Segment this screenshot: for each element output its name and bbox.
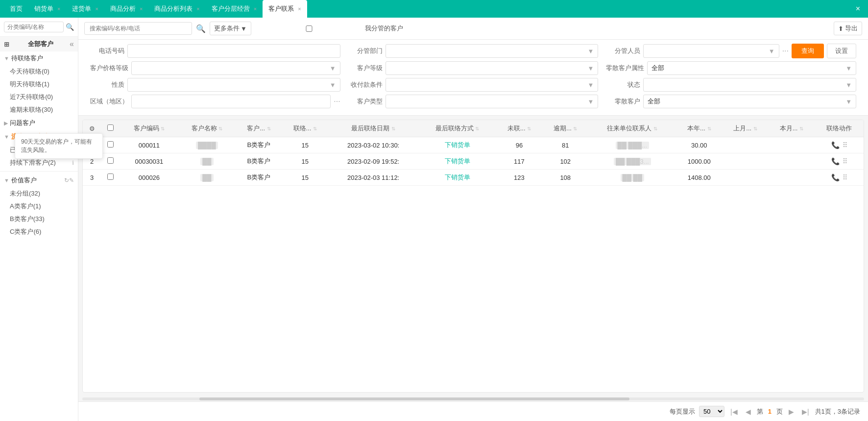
col-uncontacted[interactable]: 未联... ⇅ [496,120,542,137]
nav-analysis-list[interactable]: 商品分析列表 × [148,0,205,18]
nav-customer-tier[interactable]: 客户分层经营 × [206,0,263,18]
phone-input[interactable] [127,44,340,58]
sidebar-search-input[interactable] [4,22,64,32]
chevron-down-icon: ▼ [241,25,247,32]
col-contact[interactable]: 联络... ⇅ [282,120,328,137]
sidebar-group-value-header[interactable]: ▼ 价值客户 ↻ ✎ [0,173,78,187]
status-select[interactable]: ▼ [643,78,856,92]
person-select[interactable]: ▼ [643,44,779,58]
sidebar-collapse-icon[interactable]: « [70,40,74,49]
close-analysis-tab[interactable]: × [140,0,143,18]
sidebar-item-week[interactable]: 近7天待联络(0) [0,91,78,103]
cell-checkbox[interactable] [101,137,120,153]
cell-checkbox[interactable] [101,170,120,186]
nav-customer-contact[interactable]: 客户联系 × [263,0,307,18]
phone-action-icon[interactable]: 📞 [831,157,840,165]
col-checkbox[interactable] [101,120,120,137]
cell-last-way[interactable]: 下销货单 [418,153,496,170]
nav-purchase[interactable]: 进货单 × [66,0,104,18]
close-analysis-list-tab[interactable]: × [196,0,199,18]
sidebar-item-today[interactable]: 今天待联络(0) [0,65,78,78]
next-page-btn[interactable]: ▶ [787,407,796,417]
col-cust-type[interactable]: 客户... ⇅ [236,120,282,137]
edit-icon[interactable]: ✎ [69,177,74,184]
cell-this-month [769,170,815,186]
more-conditions-btn[interactable]: 更多条件 ▼ [210,22,251,35]
close-customer-contact-tab[interactable]: × [298,0,301,18]
more-action-icon[interactable]: ⠿ [843,157,847,165]
cust-grade-arrow-icon: ▼ [587,65,594,72]
per-page-select[interactable]: 50 100 200 [699,406,724,417]
query-button[interactable]: 查询 [792,44,824,58]
cell-code: 000026 [120,170,178,186]
cell-last-month [722,153,768,170]
close-purchase-tab[interactable]: × [95,0,98,18]
first-page-btn[interactable]: |◀ [728,407,740,417]
sidebar-item-b-class[interactable]: B类客户(33) [0,213,78,225]
window-close-btn[interactable]: × [852,4,864,13]
page-unit: 页 [776,407,783,416]
cell-last-month [722,170,768,186]
close-sales-tab[interactable]: × [57,0,60,18]
sidebar-group-problem-header[interactable]: ▶ 问题客户 [0,116,78,130]
col-code[interactable]: 客户编码 ⇅ [120,120,178,137]
dept-select[interactable]: ▼ [386,44,599,58]
nav-home[interactable]: 首页 [4,0,28,18]
refresh-icon[interactable]: ↻ [64,177,69,184]
cell-this-year: 1408.00 [676,170,722,186]
sidebar-item-ungrouped[interactable]: 未分组(32) [0,187,78,200]
more-action-icon[interactable]: ⠿ [843,173,847,181]
total-label: 共1页，3条记录 [815,407,860,416]
cell-last-date: 2023-02-09 19:52: [328,153,418,170]
col-last-date[interactable]: 最后联络日期 ⇅ [328,120,418,137]
person-dots-btn[interactable]: ··· [782,47,789,55]
col-overdue[interactable]: 逾期... ⇅ [542,120,588,137]
cell-checkbox[interactable] [101,153,120,170]
sidebar-all-customers[interactable]: ⊞ 全部客户 « [0,37,78,51]
cust-grade-select[interactable]: ▼ [386,61,599,75]
horizontal-scrollbar[interactable] [78,396,868,401]
cell-last-way[interactable]: 下销货单 [418,170,496,186]
export-icon: ⬆ [838,25,844,32]
sidebar-item-tomorrow[interactable]: 明天待联络(1) [0,78,78,91]
col-this-year[interactable]: 本年... ⇅ [676,120,722,137]
col-name[interactable]: 客户名称 ⇅ [178,120,236,137]
col-last-way[interactable]: 最后联络方式 ⇅ [418,120,496,137]
retail-attr-select[interactable]: 全部 ▼ [647,61,856,75]
select-all-checkbox[interactable] [107,124,114,131]
sidebar-group-pending: ▼ 待联络客户 今天待联络(0) 明天待联络(1) 近7天待联络(0) 逾期未联… [0,51,78,116]
retail-select[interactable]: 全部 ▼ [643,95,856,108]
col-contact-person[interactable]: 往来单位联系人 ⇅ [588,120,676,137]
nav-analysis[interactable]: 商品分析 × [104,0,148,18]
nav-sales[interactable]: 销货单 × [28,0,66,18]
cust-type-select[interactable]: ▼ [386,95,599,108]
my-customer-checkbox[interactable]: 我分管的客户 [255,24,403,33]
price-grade-select[interactable]: ▼ [131,61,340,75]
cell-last-way[interactable]: 下销货单 [418,137,496,153]
phone-action-icon[interactable]: 📞 [831,141,840,149]
search-button[interactable]: 🔍 [196,24,206,33]
sidebar-item-c-class[interactable]: C类客户(6) [0,225,78,238]
close-customer-tier-tab[interactable]: × [254,0,257,18]
filter-row-4: 区域（地区） ··· 客户类型 ▼ 零散客户 全部 ▼ [86,95,860,108]
region-dots-btn[interactable]: ··· [334,97,340,106]
my-customer-check[interactable] [255,25,363,32]
content-area: 🔍 更多条件 ▼ 我分管的客户 ⬆ 导出 电话号码 [78,18,868,421]
export-button[interactable]: ⬆ 导出 [834,22,862,35]
phone-action-icon[interactable]: 📞 [831,173,840,181]
col-this-month[interactable]: 本月... ⇅ [769,120,815,137]
nature-select[interactable]: ▼ [127,78,340,92]
setting-button[interactable]: 设置 [827,44,856,58]
sidebar-item-overdue[interactable]: 逾期未联络(30) [0,103,78,116]
prev-page-btn[interactable]: ◀ [744,407,753,417]
sidebar-group-pending-header[interactable]: ▼ 待联络客户 [0,51,78,65]
sidebar-item-a-class[interactable]: A类客户(1) [0,200,78,213]
more-action-icon[interactable]: ⠿ [843,141,847,149]
col-last-month[interactable]: 上月... ⇅ [722,120,768,137]
payment-select[interactable]: ▼ [386,78,599,92]
search-input[interactable] [84,22,192,35]
cell-contact: 15 [282,170,328,186]
sidebar-search-icon[interactable]: 🔍 [66,23,74,31]
region-input[interactable] [131,95,331,108]
last-page-btn[interactable]: ▶| [800,407,811,417]
